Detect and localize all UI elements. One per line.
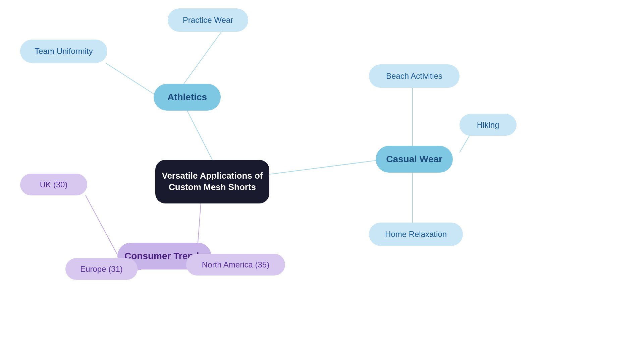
uk-node: UK (30) (20, 174, 87, 195)
home-relaxation-node: Home Relaxation (369, 223, 463, 246)
hiking-node: Hiking (460, 114, 517, 136)
svg-line-7 (198, 198, 201, 243)
casual-wear-node: Casual Wear (376, 146, 453, 173)
europe-node: Europe (31) (65, 258, 138, 280)
beach-activities-node: Beach Activities (369, 64, 460, 88)
center-node: Versatile Applications of Custom Mesh Sh… (155, 160, 269, 203)
team-uniformity-node: Team Uniformity (20, 40, 107, 63)
svg-line-2 (106, 63, 154, 94)
athletics-node: Athletics (154, 84, 221, 111)
svg-line-8 (86, 195, 117, 255)
svg-line-0 (187, 111, 212, 160)
svg-line-1 (184, 32, 221, 84)
practice-wear-node: Practice Wear (168, 8, 248, 32)
svg-line-3 (269, 159, 386, 174)
north-america-node: North America (35) (186, 254, 285, 276)
